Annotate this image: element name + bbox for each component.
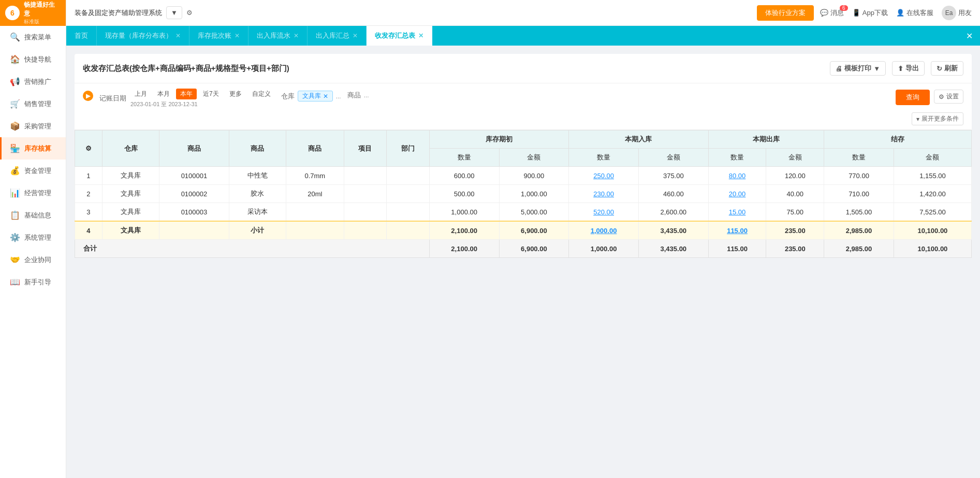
cell-out-qty[interactable]: 15.00 [708,203,766,222]
product-more[interactable]: ... [364,92,369,99]
tab-inventory-dist[interactable]: 现存量（库存分布表） ✕ [97,26,189,46]
cell-product-code: 0100003 [159,203,229,222]
sidebar-item-operations[interactable]: 📊 经营管理 [0,182,66,204]
cell-balance-amount: 7,525.00 [894,203,971,222]
refresh-button[interactable]: ↻ 刷新 [931,61,963,76]
query-button[interactable]: 查询 [896,90,930,105]
cell-opening-qty: 500.00 [429,185,499,203]
tab-close-icon[interactable]: ✕ [353,32,358,39]
date-tab-this-year[interactable]: 本年 [176,89,197,99]
avatar: Ea [942,6,956,20]
data-table: ⚙ 仓库 商品 商品 商品 项目 部门 库存期初 本期入库 本期出库 结存 [75,130,972,258]
table-row: 1文具库0100001中性笔0.7mm600.00900.00250.00375… [75,167,972,185]
cell-product-name: 小计 [229,221,286,240]
user-action[interactable]: Ea 用友 [942,6,972,20]
cell-in-qty[interactable]: 230.00 [569,185,639,203]
tab-close-icon[interactable]: ✕ [235,32,240,39]
cell-project [344,185,387,203]
warehouse-more[interactable]: ... [336,93,341,100]
cell-in-qty[interactable]: 1,000.00 [569,221,639,240]
app-download-action[interactable]: 📱 App下载 [852,8,888,18]
tab-close-icon[interactable]: ✕ [175,32,181,39]
col-warehouse: 仓库 [102,131,159,167]
column-settings-icon[interactable]: ⚙ [85,144,92,152]
cell-out-qty[interactable]: 115.00 [708,221,766,240]
message-action[interactable]: 💬 消息 6 [820,8,844,18]
message-icon: 💬 [820,9,828,17]
col-settings[interactable]: ⚙ [75,131,103,167]
cell-out-qty[interactable]: 20.00 [708,185,766,203]
cell-product-name: 采访本 [229,203,286,222]
expand-more-button[interactable]: ▾ 展开更多条件 [912,112,963,125]
footer-in-amount: 3,435.00 [638,240,708,258]
sidebar-item-purchase[interactable]: 📦 采购管理 [0,115,66,137]
system-select[interactable]: ▼ [166,6,182,19]
sidebar-item-basic[interactable]: 📋 基础信息 [0,204,66,226]
date-tab-custom[interactable]: 自定义 [248,89,275,99]
cell-in-amount: 2,600.00 [638,203,708,222]
warehouse-tag-close[interactable]: ✕ [323,93,328,100]
cell-in-qty[interactable]: 250.00 [569,167,639,185]
cell-out-qty[interactable]: 80.00 [708,167,766,185]
sidebar-item-enterprise[interactable]: 🤝 企业协同 [0,249,66,271]
tab-in-out-summary[interactable]: 出入库汇总 ✕ [308,26,367,46]
sidebar-item-newbie[interactable]: 📖 新手引导 [0,271,66,293]
cell-out-qty-link[interactable]: 80.00 [729,172,746,180]
sidebar-item-label: 企业协同 [24,255,51,265]
print-button[interactable]: 🖨 模板打印 ▼ [830,61,886,76]
col-in-amount: 金额 [638,149,708,167]
cell-out-qty-link[interactable]: 15.00 [729,208,746,216]
sidebar-item-marketing[interactable]: 📢 营销推广 [0,70,66,93]
sidebar-item-finance[interactable]: 💰 资金管理 [0,160,66,182]
export-button[interactable]: ⬆ 导出 [892,61,925,76]
cell-project [344,221,387,240]
settings-button[interactable]: ⚙ 设置 [934,90,963,104]
settings-icon[interactable]: ⚙ [186,9,193,17]
tab-in-out-flow[interactable]: 出入库流水 ✕ [248,26,308,46]
cell-seq: 4 [75,221,103,240]
settings-icon: ⚙ [939,93,944,100]
cell-product-code: 0100001 [159,167,229,185]
date-tab-this-month[interactable]: 本月 [153,89,174,99]
tab-stock-summary[interactable]: 收发存汇总表 ✕ [367,26,432,46]
col-product-code: 商品 [159,131,229,167]
date-tab-more[interactable]: 更多 [225,89,246,99]
cell-balance-qty: 770.00 [824,167,894,185]
sidebar-item-label: 库存核算 [24,144,51,153]
filter-collapse-icon[interactable]: ▶ [83,91,93,101]
sales-icon: 🛒 [10,99,20,109]
online-service-action[interactable]: 👤 在线客服 [896,8,933,18]
sidebar-item-sales[interactable]: 🛒 销售管理 [0,93,66,115]
cell-in-qty-link[interactable]: 250.00 [593,172,614,180]
window-close-button[interactable]: ✕ [959,26,980,46]
message-badge: 6 [840,5,848,11]
tab-batch[interactable]: 库存批次账 ✕ [189,26,248,46]
cell-out-qty-link[interactable]: 20.00 [729,190,746,198]
date-tab-last-month[interactable]: 上月 [130,89,151,99]
newbie-icon: 📖 [10,277,20,287]
cell-in-qty[interactable]: 520.00 [569,203,639,222]
sidebar-item-search[interactable]: 🔍 搜索菜单 [0,26,66,48]
date-tab-7days[interactable]: 近7天 [199,89,223,99]
cell-balance-qty: 1,505.00 [824,203,894,222]
cell-product-name: 中性笔 [229,167,286,185]
tab-home[interactable]: 首页 [66,26,97,46]
sidebar-item-system[interactable]: ⚙️ 系统管理 [0,226,66,249]
warehouse-tag: 文具库 ✕ [298,91,333,102]
cell-in-qty-link[interactable]: 1,000.00 [591,227,617,235]
expand-more-row: ▾ 展开更多条件 [83,108,963,129]
cell-project [344,203,387,222]
cell-in-qty-link[interactable]: 230.00 [593,190,614,198]
tab-close-icon[interactable]: ✕ [418,32,423,39]
sidebar-item-quick[interactable]: 🏠 快捷导航 [0,48,66,70]
sidebar-item-inventory[interactable]: 🏪 库存核算 [0,137,66,160]
trial-button[interactable]: 体验行业方案 [757,5,814,21]
tab-close-icon[interactable]: ✕ [294,32,299,39]
cell-out-qty-link[interactable]: 115.00 [727,227,748,235]
cell-out-amount: 120.00 [766,167,824,185]
logo-text: 畅捷通好生意 标准版 [24,1,61,25]
sidebar-nav: 🔍 搜索菜单 🏠 快捷导航 📢 营销推广 🛒 销售管理 📦 采购管理 🏪 库存核… [0,26,66,478]
cell-in-qty-link[interactable]: 520.00 [593,208,614,216]
tab-in-out-flow-label: 出入库流水 [257,31,290,40]
filter-toggle-btn[interactable]: ▶ [83,89,93,101]
